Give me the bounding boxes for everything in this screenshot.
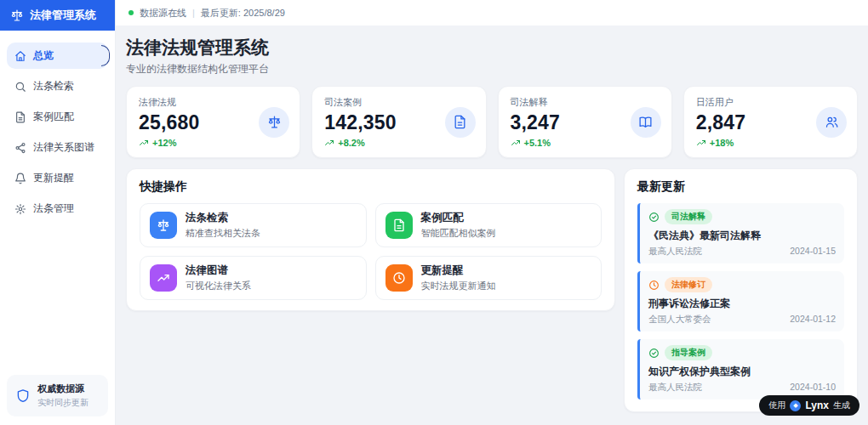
check-circle-icon (648, 348, 660, 359)
update-source: 最高人民法院 (648, 382, 702, 394)
data-source-subtitle: 实时同步更新 (37, 397, 89, 409)
stat-trend-value: +18% (710, 138, 734, 148)
scales-icon (150, 212, 177, 239)
stat-card-interpretations: 司法解释 3,247 +5.1% (498, 86, 672, 158)
sidebar: 法律管理系统 总览 法条检索 案例匹配 法律关系图谱 更新提醒 法条管理 (0, 0, 116, 425)
sidebar-item-law-search[interactable]: 法条检索 (7, 73, 108, 99)
quick-actions-grid: 法条检索 精准查找相关法条 案例匹配 智能匹配相似案例 法律图谱 可视化法律 (140, 203, 602, 300)
sidebar-item-law-manage[interactable]: 法条管理 (7, 196, 108, 222)
trending-up-icon (324, 138, 334, 148)
sidebar-item-relation-graph[interactable]: 法律关系图谱 (7, 134, 108, 161)
generator-suffix: 生成 (833, 400, 850, 411)
generator-badge[interactable]: 使用 ◆ Lynx 生成 (759, 395, 859, 416)
app-brand: 法律管理系统 (0, 0, 115, 31)
sidebar-item-overview[interactable]: 总览 (7, 42, 108, 69)
quick-action-law-search[interactable]: 法条检索 精准查找相关法条 (140, 203, 367, 247)
quick-action-law-graph[interactable]: 法律图谱 可视化法律关系 (140, 256, 367, 300)
data-source-title: 权威数据源 (37, 382, 89, 395)
quick-action-title: 更新提醒 (421, 264, 496, 278)
update-item[interactable]: 指导案例 知识产权保护典型案例 最高人民法院 2024-01-10 (637, 339, 844, 400)
quick-action-title: 法条检索 (186, 211, 260, 225)
online-status-dot (128, 10, 134, 15)
update-source: 全国人大常委会 (648, 314, 711, 326)
stat-label: 日活用户 (696, 96, 845, 109)
trending-up-icon (696, 138, 706, 148)
sidebar-item-update-alerts[interactable]: 更新提醒 (7, 165, 108, 191)
update-title: 知识产权保护典型案例 (648, 365, 836, 379)
quick-actions-title: 快捷操作 (140, 179, 602, 195)
sidebar-item-label: 更新提醒 (33, 171, 74, 185)
file-icon (14, 111, 26, 123)
update-source: 最高人民法院 (648, 246, 702, 258)
stat-trend-value: +12% (152, 138, 176, 148)
quick-action-subtitle: 实时法规更新通知 (421, 280, 496, 292)
gear-icon (14, 203, 26, 215)
stat-trend-value: +8.2% (338, 138, 365, 148)
stat-card-daily-users: 日活用户 2,847 +18% (683, 86, 858, 158)
update-date: 2024-01-12 (790, 314, 836, 326)
clock-icon (385, 264, 413, 292)
update-badge: 法律修订 (665, 277, 712, 292)
stat-label: 司法解释 (511, 96, 660, 109)
search-icon (14, 81, 26, 93)
lynx-logo-icon: ◆ (790, 400, 801, 411)
scales-icon (259, 107, 289, 138)
update-date: 2024-01-15 (790, 246, 836, 258)
update-date: 2024-01-10 (790, 382, 836, 394)
stat-card-laws: 法律法规 25,680 +12% (126, 86, 300, 158)
update-badge: 司法解释 (665, 209, 712, 224)
page-title: 法律法规管理系统 (126, 36, 858, 60)
stat-trend: +5.1% (511, 138, 660, 148)
quick-actions-panel: 快捷操作 法条检索 精准查找相关法条 案例匹配 智能匹配相似案例 (126, 168, 615, 311)
clock-icon (648, 280, 660, 291)
stat-label: 法律法规 (139, 96, 288, 109)
generator-prefix: 使用 (768, 400, 785, 411)
quick-action-subtitle: 智能匹配相似案例 (421, 227, 496, 240)
update-title: 刑事诉讼法修正案 (648, 297, 836, 311)
file-icon (385, 212, 413, 239)
shield-icon (15, 388, 31, 404)
sidebar-item-case-match[interactable]: 案例匹配 (7, 104, 108, 130)
graph-icon (14, 142, 26, 154)
update-badge: 指导案例 (665, 345, 712, 360)
stat-trend: +8.2% (324, 138, 473, 148)
quick-action-title: 案例匹配 (421, 211, 496, 225)
sidebar-item-label: 案例匹配 (33, 110, 74, 124)
main-content: 法律法规管理系统 专业的法律数据结构化管理平台 法律法规 25,680 +12%… (116, 26, 868, 425)
data-source-card: 权威数据源 实时同步更新 (7, 375, 108, 416)
quick-action-case-match[interactable]: 案例匹配 智能匹配相似案例 (375, 203, 602, 247)
app-title: 法律管理系统 (30, 8, 96, 23)
sidebar-item-label: 法律关系图谱 (33, 140, 94, 155)
sidebar-item-label: 法条检索 (33, 79, 74, 94)
home-icon (14, 50, 26, 62)
topbar: 数据源在线 | 最后更新: 2025/8/29 (116, 0, 868, 26)
topbar-divider: | (192, 8, 195, 18)
trending-up-icon (511, 138, 521, 148)
check-circle-icon (648, 212, 660, 223)
stat-trend-value: +5.1% (524, 138, 551, 148)
page-subtitle: 专业的法律数据结构化管理平台 (126, 62, 858, 76)
bell-icon (14, 173, 26, 184)
scales-icon (10, 8, 24, 22)
update-title: 《民法典》最新司法解释 (648, 229, 836, 243)
stat-label: 司法案例 (324, 96, 473, 109)
file-icon (445, 107, 476, 138)
online-status-label: 数据源在线 (140, 7, 186, 20)
quick-action-update-alerts[interactable]: 更新提醒 实时法规更新通知 (375, 256, 602, 300)
book-open-icon (631, 107, 661, 138)
update-item[interactable]: 法律修订 刑事诉讼法修正案 全国人大常委会 2024-01-12 (637, 271, 844, 332)
quick-action-subtitle: 精准查找相关法条 (186, 227, 260, 240)
sidebar-nav: 总览 法条检索 案例匹配 法律关系图谱 更新提醒 法条管理 (0, 42, 115, 222)
generator-brand: Lynx (805, 400, 829, 411)
trending-up-icon (139, 138, 149, 148)
update-item[interactable]: 司法解释 《民法典》最新司法解释 最高人民法院 2024-01-15 (637, 203, 844, 264)
trending-up-icon (150, 264, 177, 292)
users-icon (816, 107, 847, 138)
quick-action-title: 法律图谱 (186, 264, 251, 278)
sidebar-item-label: 法条管理 (33, 201, 74, 216)
stat-card-cases: 司法案例 142,350 +8.2% (311, 86, 486, 158)
stat-trend: +18% (696, 138, 845, 148)
quick-action-subtitle: 可视化法律关系 (186, 280, 251, 292)
stat-cards-row: 法律法规 25,680 +12% 司法案例 142,350 +8.2% 司法解释… (126, 86, 858, 158)
sidebar-item-label: 总览 (33, 48, 54, 63)
